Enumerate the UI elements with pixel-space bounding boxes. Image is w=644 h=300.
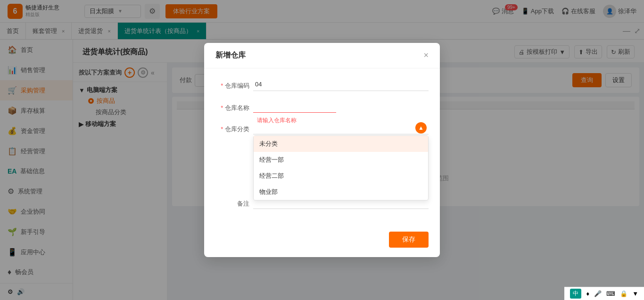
- category-dropdown-arrow[interactable]: ▲: [415, 122, 427, 133]
- dropdown-item-ops1[interactable]: 经营一部: [254, 152, 428, 168]
- code-label: 仓库编码: [215, 82, 253, 90]
- name-input[interactable]: [253, 100, 336, 113]
- dropdown-item-uncategorized[interactable]: 未分类: [254, 136, 428, 152]
- code-field-row: 仓库编码: [215, 78, 429, 91]
- bottom-mic-icon[interactable]: 🎤: [594, 290, 602, 297]
- category-label: 仓库分类: [215, 125, 253, 133]
- name-label: 仓库名称: [215, 104, 253, 112]
- remark-label: 备注: [215, 200, 253, 208]
- category-input[interactable]: [253, 121, 429, 134]
- name-field-row: 仓库名称 请输入仓库名称: [215, 100, 429, 113]
- category-dropdown-wrapper: ▲ 未分类 经营一部 经营二部 物业部: [253, 121, 429, 134]
- modal-overlay[interactable]: 新增仓库 × 仓库编码 仓库名称 请输入仓库名称 仓库分类: [0, 0, 644, 300]
- dropdown-item-property[interactable]: 物业部: [254, 184, 428, 200]
- bottom-status-bar: 中 ♦ 🎤 ⌨ 🔒 ▼: [564, 287, 644, 300]
- modal-footer: 保存: [204, 232, 440, 248]
- bottom-arrow-icon[interactable]: ▼: [632, 290, 638, 297]
- add-warehouse-modal: 新增仓库 × 仓库编码 仓库名称 请输入仓库名称 仓库分类: [204, 43, 440, 257]
- modal-close-button[interactable]: ×: [423, 50, 429, 60]
- category-field-row: 仓库分类 ▲ 未分类 经营一部 经营二部: [215, 121, 429, 134]
- lang-switch[interactable]: 中: [570, 289, 581, 299]
- modal-header: 新增仓库 ×: [204, 43, 440, 68]
- bottom-lock-icon[interactable]: 🔒: [620, 290, 627, 297]
- modal-title: 新增仓库: [215, 50, 246, 60]
- bottom-keyboard-icon[interactable]: ⌨: [606, 290, 615, 297]
- save-button[interactable]: 保存: [389, 232, 429, 248]
- bottom-diamond-icon[interactable]: ♦: [586, 290, 589, 297]
- category-dropdown-list: 未分类 经营一部 经营二部 物业部: [253, 135, 429, 200]
- code-input[interactable]: [253, 78, 429, 91]
- modal-body: 仓库编码 仓库名称 请输入仓库名称 仓库分类 ▲: [204, 68, 440, 227]
- dropdown-item-ops2[interactable]: 经营二部: [254, 168, 428, 184]
